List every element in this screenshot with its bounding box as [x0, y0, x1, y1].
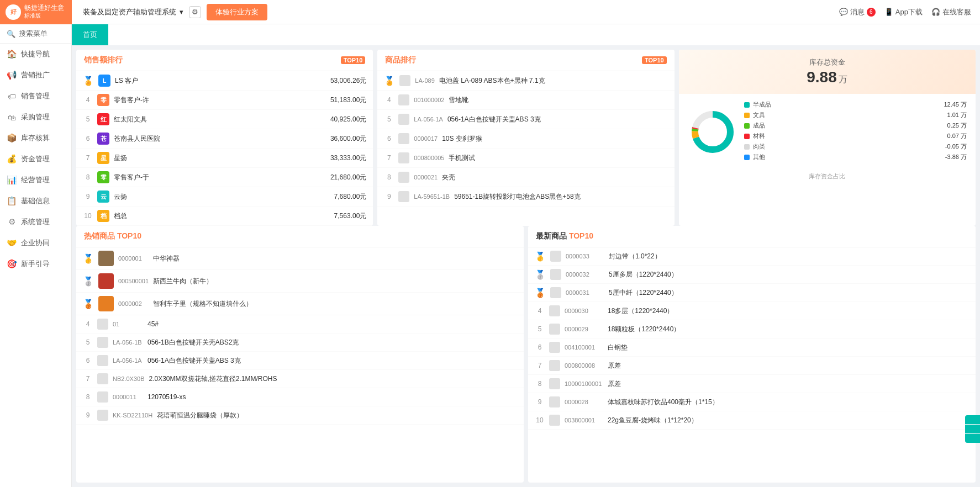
sidebar-item-sales[interactable]: 🏷 销售管理	[0, 86, 71, 107]
inventory-panel: 库存总资金 9.88 万	[679, 50, 976, 226]
logo-text: 畅捷通好生意	[24, 4, 64, 13]
rank-name: 苍南县人民医院	[114, 134, 326, 144]
product-thumbnail	[98, 296, 114, 311]
rank-number: 4	[535, 307, 545, 315]
service-community-button[interactable]: 服务社区	[965, 425, 980, 433]
list-item: 6 004100001 白钢垫	[528, 338, 976, 357]
product-img	[398, 152, 409, 163]
product-name: 原差	[608, 379, 621, 389]
customer-hotline-button[interactable]: 客服热线	[965, 415, 980, 424]
settings-icon[interactable]: ⚙	[189, 6, 201, 18]
product-code: 10000100001	[565, 380, 603, 387]
product-name: 新西兰牛肉（新牛）	[153, 277, 213, 286]
product-code: 0000029	[565, 326, 603, 332]
phone-icon: 📱	[884, 8, 893, 16]
search-icon: 🔍	[7, 30, 15, 38]
list-item: 🥉 0000031 5厘中纤（1220*2440）	[528, 284, 976, 302]
rank-number: 5	[384, 115, 394, 123]
product-name: 花语萌恒温分腿睡袋（厚款）	[157, 411, 243, 420]
product-thumbnail	[550, 251, 561, 262]
product-thumbnail	[97, 319, 108, 330]
sales-top-badge: TOP10	[341, 56, 366, 64]
info-icon: 📋	[7, 196, 17, 206]
finance-icon: 💰	[7, 154, 17, 164]
customer-service-button[interactable]: 🎧 在线客服	[931, 7, 971, 17]
topbar-middle: 装备及固定资产辅助管理系统 ▾ ⚙ 体验行业方案	[83, 4, 839, 20]
rank-row: 4 零 零售客户-许 51,183.00元	[76, 91, 373, 110]
product-img	[398, 172, 409, 183]
trial-button[interactable]: 体验行业方案	[207, 4, 267, 20]
product-thumbnail	[97, 391, 108, 403]
rank-value: 7,680.00元	[334, 192, 367, 202]
product-code: 000800005	[414, 155, 444, 161]
rank-number: 10	[535, 416, 545, 424]
legend-dot	[744, 144, 750, 150]
tab-home[interactable]: 首页	[72, 24, 108, 45]
product-code: 0000033	[566, 253, 604, 260]
sidebar-item-inventory[interactable]: 📦 库存核算	[0, 128, 71, 149]
app-download-button[interactable]: 📱 App下载	[884, 7, 923, 17]
purchase-icon: 🛍	[7, 112, 17, 122]
search-menu[interactable]: 🔍 搜索菜单	[0, 24, 71, 44]
sidebar-item-home[interactable]: 🏠 快捷导航	[0, 44, 71, 65]
product-img	[398, 133, 409, 144]
bottom-section: 热销商品 TOP10 🥇 0000001 中华神器 🥈 000500001	[72, 226, 980, 487]
live-button[interactable]: 直播	[965, 434, 980, 443]
sidebar-item-finance[interactable]: 💰 资金管理	[0, 149, 71, 170]
message-icon: 💬	[839, 8, 848, 16]
rank-name: 零售客户-许	[114, 96, 326, 105]
logo: 好 畅捷通好生意 标准版	[0, 0, 72, 24]
chevron-down-icon[interactable]: ▾	[180, 8, 183, 16]
rank-number: 8	[83, 393, 93, 401]
sales-rank-panel: 销售额排行 TOP10 🏅 L LS 客户 53,006.26元 4 零	[76, 50, 373, 226]
medal-icon: 🥈	[535, 269, 546, 280]
list-item: 5 LA-056-1B 056-1B白色按键开关壳ABS2克	[76, 334, 524, 352]
sidebar-item-operations[interactable]: 📊 经营管理	[0, 170, 71, 190]
rank-name: 云扬	[114, 192, 330, 202]
inventory-icon: 📦	[7, 133, 17, 143]
product-thumbnail	[550, 269, 561, 280]
rank-value: 33,333.00元	[330, 153, 366, 163]
product-name: 中华神器	[153, 254, 180, 263]
message-button[interactable]: 💬 消息 6	[839, 7, 876, 17]
product-name: 雪地靴	[449, 96, 468, 105]
system-selector[interactable]: 装备及固定资产辅助管理系统 ▾	[83, 7, 183, 17]
product-code: 0000002	[118, 300, 149, 307]
rank-number: 4	[83, 96, 93, 104]
sidebar-item-guide[interactable]: 🎯 新手引导	[0, 253, 71, 274]
sidebar-item-purchase[interactable]: 🛍 采购管理	[0, 107, 71, 128]
product-code: 0000017	[414, 135, 438, 142]
inventory-chart-area: 半成品 12.45 万 文具 1.01 万 成品 0.25 万	[679, 94, 976, 170]
logo-badge: 标准版	[24, 12, 64, 20]
sidebar-item-system[interactable]: ⚙ 系统管理	[0, 211, 71, 232]
legend-item: 文具 1.01 万	[744, 111, 967, 119]
product-name: 10S 变刹罗猴	[442, 134, 482, 144]
rank-name: 红太阳文具	[114, 115, 326, 124]
product-code: 0000011	[113, 394, 143, 400]
donut-chart	[688, 107, 737, 157]
topbar: 好 畅捷通好生意 标准版 装备及固定资产辅助管理系统 ▾ ⚙ 体验行业方案 💬 …	[0, 0, 980, 24]
product-img	[398, 114, 409, 125]
guide-icon: 🎯	[7, 259, 17, 269]
product-code: NB2.0X30B	[113, 375, 144, 382]
product-code: LA-056-1A	[414, 116, 443, 123]
rank-number: 8	[384, 173, 394, 181]
rank-number: 6	[535, 343, 545, 351]
product-name: 056-1A白色按键开关盖ABS 3克	[447, 115, 541, 124]
top-section: 销售额排行 TOP10 🏅 L LS 客户 53,006.26元 4 零	[72, 45, 980, 226]
rank-number: 9	[83, 411, 93, 419]
product-code: LA-056-1B	[113, 339, 143, 346]
avatar: 零	[97, 171, 109, 183]
legend-item: 肉类 -0.05 万	[744, 142, 967, 151]
list-item: 🥈 0000032 5厘多层（1220*2440）	[528, 266, 976, 284]
rank-number: 8	[83, 173, 93, 181]
system-name: 装备及固定资产辅助管理系统	[83, 7, 176, 17]
sidebar-item-basic-info[interactable]: 📋 基础信息	[0, 190, 71, 211]
product-thumbnail	[97, 410, 108, 421]
sidebar-item-collab[interactable]: 🤝 企业协同	[0, 232, 71, 253]
rank-number: 6	[384, 135, 394, 142]
product-rank-list: 🏅 LA-089 电池盖 LA-089 ABS本色+黑种 7.1克 4 0010…	[377, 71, 674, 207]
product-name: 白钢垫	[608, 343, 628, 352]
hot-products-title: 热销商品 TOP10	[84, 231, 141, 241]
sidebar-item-marketing[interactable]: 📢 营销推广	[0, 65, 71, 86]
